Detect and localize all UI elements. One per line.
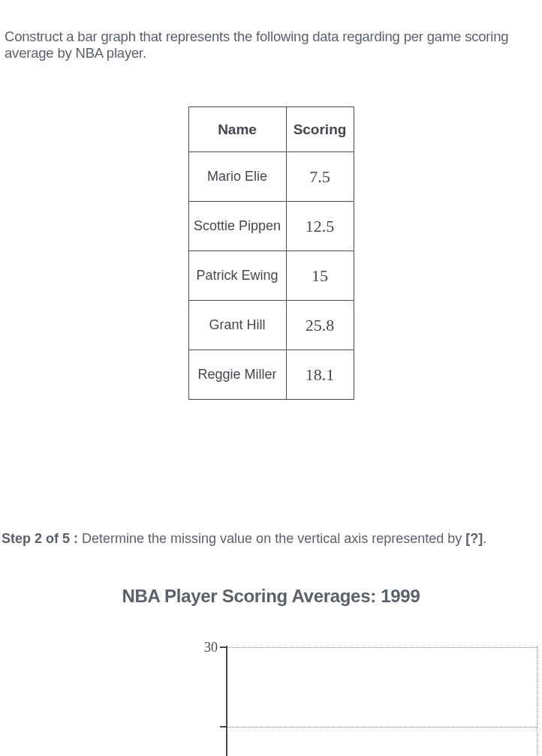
cell-scoring: 12.5 (286, 202, 354, 251)
step-label: Step 2 of 5 : (2, 531, 78, 546)
data-table-container: Name Scoring Mario Elie 7.5 Scottie Pipp… (0, 106, 542, 400)
y-tick-mark (220, 646, 227, 648)
cell-scoring: 7.5 (286, 152, 354, 202)
chart-title: NBA Player Scoring Averages: 1999 (0, 586, 542, 607)
y-axis (226, 646, 227, 756)
cell-name: Grant Hill (188, 301, 286, 350)
chart-area: 30 (0, 646, 542, 756)
cell-name: Scottie Pippen (188, 202, 286, 251)
cell-scoring: 25.8 (286, 301, 354, 350)
y-tick-label-30: 30 (204, 640, 218, 656)
table-row: Grant Hill 25.8 (188, 301, 354, 350)
step-marker: [?] (465, 531, 483, 546)
plot-right-border (537, 646, 537, 756)
header-name: Name (188, 107, 286, 152)
step-period: . (483, 531, 486, 546)
table-row: Reggie Miller 18.1 (188, 350, 354, 400)
gridline (227, 727, 537, 728)
table-row: Mario Elie 7.5 (188, 152, 354, 202)
cell-scoring: 15 (286, 251, 354, 301)
table-row: Scottie Pippen 12.5 (188, 202, 354, 251)
step-section: Step 2 of 5 : Determine the missing valu… (0, 531, 542, 547)
data-table: Name Scoring Mario Elie 7.5 Scottie Pipp… (188, 106, 354, 400)
table-header-row: Name Scoring (188, 107, 354, 152)
cell-scoring: 18.1 (286, 350, 354, 400)
cell-name: Patrick Ewing (188, 251, 286, 301)
cell-name: Reggie Miller (188, 350, 286, 400)
gridline (227, 647, 537, 648)
header-scoring: Scoring (286, 107, 354, 152)
cell-name: Mario Elie (188, 152, 286, 202)
y-tick-mark (220, 726, 227, 728)
step-text: Determine the missing value on the verti… (78, 531, 465, 546)
instruction-text: Construct a bar graph that represents th… (0, 0, 542, 62)
table-row: Patrick Ewing 15 (188, 251, 354, 301)
